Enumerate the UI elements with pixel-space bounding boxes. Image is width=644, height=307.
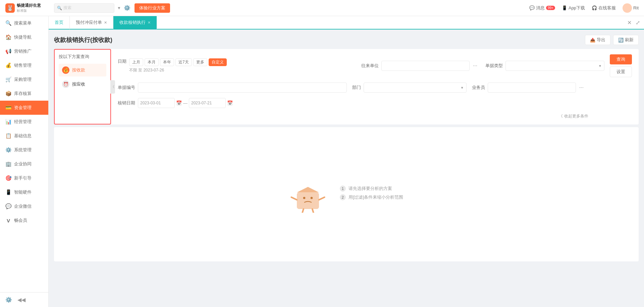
counterpart-filter: 往来单位 ··· <box>361 61 480 71</box>
collapse-more-button[interactable]: 《 收起更多条件 <box>559 113 588 119</box>
filter-row-2: 单据编号 部门 ▼ 业务员 <box>118 83 632 93</box>
sidebar-item-label: 快捷导航 <box>14 34 32 40</box>
page-header: 收款核销执行(按收款) 📤 导出 🔄 刷新 <box>54 35 639 45</box>
date-quick-buttons: 上月 本月 本年 近7天 更多 自定义 <box>129 58 227 66</box>
page-title: 收款核销执行(按收款) <box>54 36 112 44</box>
filter-option-by-receivable[interactable]: ⏰ 按应收 <box>59 78 106 91</box>
online-service-icon: 🎧 <box>592 5 597 10</box>
app-logo: 🐰 畅捷通好生意 标准版 <box>5 3 54 13</box>
filter-collapse-button[interactable]: 《 <box>110 80 115 94</box>
collapse-chevron-icon: 《 <box>111 85 114 89</box>
sidebar-item-hardware[interactable]: 📱 智能硬件 <box>0 185 48 199</box>
verify-date-start-input[interactable] <box>138 98 175 108</box>
by-collection-icon: 💰 <box>62 66 69 74</box>
collection-verify-tab-label: 收款核销执行 <box>119 19 146 25</box>
date-label: 日期 <box>118 58 126 64</box>
sidebar-item-enterprise[interactable]: 🏢 企业协同 <box>0 157 48 171</box>
date-btn-this-year[interactable]: 本年 <box>160 58 174 66</box>
verify-date-separator: — <box>183 101 187 106</box>
verify-date-inputs: 📅 — 📅 <box>138 98 233 108</box>
refresh-icon: 🔄 <box>618 38 624 43</box>
sidebar-item-operations[interactable]: 📊 经营管理 <box>0 115 48 129</box>
online-service-button[interactable]: 🎧 在线客服 <box>592 5 616 11</box>
search-icon: 🔍 <box>57 6 62 10</box>
sidebar-settings-icon[interactable]: ⚙️ <box>5 297 12 303</box>
filter-option-by-collection[interactable]: 💰 按收款 <box>59 64 106 76</box>
sidebar-item-basic-info[interactable]: 📋 基础信息 <box>0 129 48 143</box>
staff-label: 业务员 <box>472 85 485 91</box>
svg-line-6 <box>302 209 303 213</box>
svg-marker-1 <box>297 187 319 193</box>
date-btn-this-month[interactable]: 本月 <box>145 58 159 66</box>
sidebar-item-purchase[interactable]: 🛒 采购管理 <box>0 72 48 87</box>
sidebar-item-label: 销售管理 <box>14 62 32 68</box>
sidebar-item-label: 资金管理 <box>14 105 32 111</box>
sidebar-item-search-menu[interactable]: 🔍 搜索菜单 <box>0 16 48 30</box>
wechat-icon: 💬 <box>5 203 11 209</box>
counterpart-input[interactable] <box>381 61 470 71</box>
sidebar-item-quick-nav[interactable]: 🏠 快捷导航 <box>0 30 48 44</box>
search-dropdown-icon[interactable]: ▼ <box>117 6 121 10</box>
sidebar-item-vip[interactable]: V 畅会员 <box>0 213 48 227</box>
app-download-button[interactable]: 📱 App下载 <box>562 5 585 11</box>
doc-type-filter: 单据类型 ▼ <box>485 61 604 71</box>
tab-home[interactable]: 首页 <box>49 16 70 29</box>
date-filter-group: 日期 上月 本月 本年 近7天 更多 自定义 不限 至 2023-07-26 <box>118 58 356 73</box>
settings-gear-icon[interactable]: ⚙️ <box>124 5 130 11</box>
sidebar-bottom: ⚙️ ◀◀ <box>0 292 48 307</box>
staff-filter: 业务员 ··· <box>472 83 586 93</box>
message-button[interactable]: 💬 消息 99+ <box>529 5 555 11</box>
tip-num-1: 1 <box>340 186 346 192</box>
app-download-icon: 📱 <box>562 5 567 10</box>
dept-select[interactable] <box>364 83 467 93</box>
by-receivable-label: 按应收 <box>72 81 85 87</box>
sidebar-item-finance[interactable]: 💳 资金管理 <box>0 101 48 115</box>
prepay-tab-close-icon[interactable]: ✕ <box>104 20 107 25</box>
sidebar-item-sales[interactable]: 💰 销售管理 <box>0 58 48 72</box>
solution-button[interactable]: 体验行业方案 <box>135 3 170 13</box>
quick-nav-icon: 🏠 <box>5 34 11 40</box>
verify-date-end-input[interactable] <box>189 98 226 108</box>
export-button[interactable]: 📤 导出 <box>585 35 610 45</box>
verify-date-start-icon[interactable]: 📅 <box>176 100 182 106</box>
date-btn-last-month[interactable]: 上月 <box>129 58 143 66</box>
sidebar-item-label: 采购管理 <box>14 76 32 83</box>
empty-tip-2: 2 用[过滤]条件来缩小分析范围 <box>340 194 403 200</box>
filter-panel-title: 按以下方案查询 <box>59 54 106 60</box>
logo-icon: 🐰 <box>5 3 15 13</box>
settings-button[interactable]: 设置 <box>610 66 632 77</box>
sidebar-item-wechat[interactable]: 💬 企业微信 <box>0 199 48 213</box>
tab-close-all-icon[interactable]: ✕ <box>626 18 633 27</box>
svg-line-4 <box>291 197 297 200</box>
svg-line-5 <box>319 197 325 200</box>
collection-verify-tab-close-icon[interactable]: ✕ <box>148 20 151 25</box>
counterpart-dots-button[interactable]: ··· <box>470 62 480 69</box>
query-button[interactable]: 查询 <box>610 54 632 64</box>
sidebar-item-guide[interactable]: 🎯 新手引导 <box>0 171 48 185</box>
by-receivable-icon: ⏰ <box>62 81 69 88</box>
staff-dots-button[interactable]: ··· <box>577 84 586 91</box>
date-btn-custom[interactable]: 自定义 <box>209 58 227 66</box>
svg-point-3 <box>311 197 313 199</box>
tab-collection-verify[interactable]: 收款核销执行 ✕ <box>113 16 157 29</box>
home-tab-label: 首页 <box>55 19 63 25</box>
date-btn-7days[interactable]: 近7天 <box>175 58 192 66</box>
refresh-button[interactable]: 🔄 刷新 <box>613 35 639 45</box>
verify-date-end-icon[interactable]: 📅 <box>227 100 233 106</box>
user-avatar[interactable]: Rit <box>623 3 639 13</box>
verify-date-label: 核销日期 <box>118 100 135 106</box>
topbar-search[interactable]: 🔍 搜索 <box>54 3 114 13</box>
staff-input[interactable] <box>488 83 576 93</box>
tab-prepay[interactable]: 预付冲应付单 ✕ <box>70 16 113 29</box>
doc-type-select[interactable] <box>505 61 604 71</box>
sidebar-item-marketing[interactable]: 📢 营销推广 <box>0 44 48 58</box>
date-btn-more[interactable]: 更多 <box>193 58 207 66</box>
doc-type-label: 单据类型 <box>485 63 503 69</box>
doc-no-input[interactable] <box>138 83 347 93</box>
sidebar-item-inventory[interactable]: 📦 库存核算 <box>0 87 48 101</box>
sidebar-collapse-icon[interactable]: ◀◀ <box>17 297 25 303</box>
counterpart-input-wrap: ··· <box>381 61 480 71</box>
sidebar-item-system[interactable]: ⚙️ 系统管理 <box>0 143 48 157</box>
tab-expand-icon[interactable]: ⤢ <box>634 18 641 27</box>
vip-icon: V <box>5 218 11 223</box>
